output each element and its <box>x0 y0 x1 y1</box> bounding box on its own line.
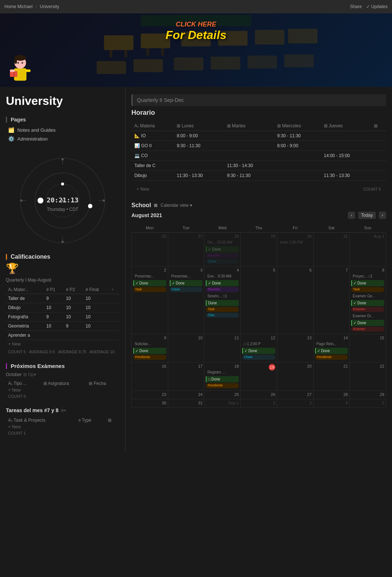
calendar-event[interactable]: Done <box>206 300 239 306</box>
calendar-event[interactable]: Solicitar... <box>133 341 166 347</box>
calendar-cell[interactable]: 28 <box>313 390 350 399</box>
calendar-event[interactable]: ✓ Done <box>170 280 203 286</box>
calendar-cell[interactable]: 5 <box>241 266 277 334</box>
calendar-cell[interactable]: 30 <box>132 399 168 407</box>
calendar-event[interactable]: □ 1 2:00 P <box>242 341 275 347</box>
calendar-cell[interactable]: 4 <box>313 399 350 407</box>
calendar-event[interactable]: Presentac... <box>133 273 166 279</box>
calendar-cell[interactable]: 13 <box>277 334 313 362</box>
calendar-event[interactable]: Presentac... <box>170 273 203 279</box>
calendar-cell[interactable]: 26 <box>132 233 168 266</box>
home-breadcrumb[interactable]: Home Michael <box>4 4 33 9</box>
calendar-event[interactable]: Proyec... □1 <box>351 273 384 279</box>
next-month-button[interactable]: › <box>379 212 386 219</box>
schedule-add-new[interactable]: + New <box>134 185 151 193</box>
calendar-event[interactable]: □ Done <box>206 376 239 382</box>
calendar-event[interactable]: Clase <box>242 355 275 360</box>
calendar-cell[interactable]: 25 <box>204 390 241 399</box>
calendar-event[interactable]: Clase <box>170 287 203 292</box>
calendar-cell[interactable]: 3Presentac...✓ DoneClase <box>168 266 204 334</box>
calendar-cell[interactable]: 19 <box>241 362 277 391</box>
calendar-event[interactable]: Dis... 10:00 AM <box>206 239 239 245</box>
administration-item[interactable]: ⚙️ Administration <box>6 134 119 143</box>
calendar-cell[interactable]: 21 <box>313 362 350 391</box>
calendar-event[interactable]: ✓ Done <box>206 280 239 286</box>
calendar-event[interactable]: Eve... 9:30 AM <box>206 273 239 279</box>
day-number: 13 <box>279 336 312 340</box>
calendar-cell[interactable]: Aug 1 <box>350 233 386 266</box>
calendar-cell[interactable]: 31 <box>168 399 204 407</box>
calendar-event[interactable]: Reunión <box>206 287 239 292</box>
calendar-event[interactable]: ✓ Done <box>351 320 384 326</box>
updates-button[interactable]: ✓ Updates <box>366 4 388 9</box>
calendar-cell[interactable]: 30ends 1:00 PM <box>277 233 313 266</box>
calendar-cell[interactable]: 29 <box>241 233 277 266</box>
calendar-cell[interactable]: 8Proyec... □1✓ DoneTaskExamen Ge...✓ Don… <box>350 266 386 334</box>
calendar-event[interactable]: Task <box>206 307 239 312</box>
calendar-event[interactable]: Clase <box>206 259 239 264</box>
calendar-event[interactable]: ✓ Done <box>133 280 166 286</box>
calendar-cell[interactable]: 28Dis... 10:00 AM✓ DoneReuniónClase <box>204 233 241 266</box>
calendar-cell[interactable]: 22 <box>350 362 386 391</box>
col-final: # Final <box>83 286 109 294</box>
calendar-cell[interactable]: 2 <box>241 399 277 407</box>
svg-point-43 <box>20 199 22 202</box>
calendar-cell[interactable]: 5 <box>350 399 386 407</box>
calendar-cell[interactable]: 26 <box>241 390 277 399</box>
calendar-event[interactable]: Task <box>351 287 384 292</box>
calendar-event[interactable]: Task <box>133 287 166 292</box>
calendar-cell[interactable]: 18Registro ...□ DonePendiente <box>204 362 241 391</box>
calendar-cell[interactable]: 31 <box>313 233 350 266</box>
notes-icon: 🗂️ <box>8 127 14 133</box>
calendar-cell[interactable]: 9Solicitar...✓ DonePendiente <box>132 334 168 362</box>
calendar-cell[interactable]: 15 <box>350 334 386 362</box>
calendar-cell[interactable]: 16 <box>132 362 168 391</box>
calendar-cell[interactable]: 27 <box>277 390 313 399</box>
calendar-cell[interactable]: 27 <box>168 233 204 266</box>
calendar-cell[interactable]: 10 <box>168 334 204 362</box>
exam-add-new[interactable]: + New <box>6 386 23 394</box>
notes-guides-item[interactable]: 🗂️ Notes and Guides <box>6 125 119 134</box>
calendar-cell[interactable]: 7 <box>313 266 350 334</box>
calendar-event[interactable]: ✓ Done <box>206 246 239 252</box>
calendar-cell[interactable]: 12□ 1 2:00 P✓ DoneClase <box>241 334 277 362</box>
calendar-event[interactable]: ends 1:00 PM <box>279 239 312 245</box>
grades-add-new[interactable]: + New <box>6 340 119 348</box>
calendar-event[interactable]: Sesión... □1 <box>206 293 239 299</box>
calendar-cell[interactable]: 23 <box>132 390 168 399</box>
calendar-event[interactable]: Pendiente <box>315 355 348 360</box>
calendar-cell[interactable]: 17 <box>168 362 204 391</box>
calendar-event[interactable]: Pendiente <box>206 383 239 388</box>
calendar-event[interactable]: ✓ Done <box>242 348 275 354</box>
calendar-cell[interactable]: 4Eve... 9:30 AM✓ DoneReuniónSesión... □1… <box>204 266 241 334</box>
calendar-event[interactable]: ✓ Done <box>351 280 384 286</box>
calendar-event[interactable]: Reunión <box>206 253 239 258</box>
calendar-cell[interactable]: 11 <box>204 334 241 362</box>
calendar-cell[interactable]: 14Pago Rein...✓ DonePendiente <box>313 334 350 362</box>
calendar-cell[interactable]: 2Presentac...✓ DoneTask <box>132 266 168 334</box>
col-add[interactable]: + <box>109 286 119 294</box>
hero-cta[interactable]: CLICK HERE For Details <box>166 21 226 42</box>
calendar-event[interactable]: Clau <box>206 313 239 318</box>
prev-month-button[interactable]: ‹ <box>348 212 355 219</box>
share-button[interactable]: Share <box>350 4 362 9</box>
calendar-event[interactable]: Registro ... <box>206 369 239 375</box>
calendar-event[interactable]: ✓ Done <box>315 348 348 354</box>
calendar-event[interactable]: Examen <box>351 307 384 312</box>
calendar-cell[interactable]: 24 <box>168 390 204 399</box>
tareas-add-new[interactable]: + New <box>6 423 23 431</box>
calendar-event[interactable]: Examen <box>351 327 384 332</box>
calendar-cell[interactable]: 3 <box>277 399 313 407</box>
calendar-event[interactable]: Pendiente <box>133 355 166 360</box>
calendar-view-selector[interactable]: Calendar view ▾ <box>160 203 192 208</box>
calendar-cell[interactable]: Sep 1 <box>204 399 241 407</box>
today-button[interactable]: Today <box>358 212 376 219</box>
calendar-event[interactable]: ✓ Done <box>351 300 384 306</box>
calendar-event[interactable]: ✓ Done <box>133 348 166 354</box>
calendar-cell[interactable]: 20 <box>277 362 313 391</box>
calendar-cell[interactable]: 6 <box>277 266 313 334</box>
calendar-cell[interactable]: 29 <box>350 390 386 399</box>
calendar-event[interactable]: Examen Di... <box>351 313 384 319</box>
calendar-event[interactable]: Examen Ge... <box>351 293 384 299</box>
calendar-event[interactable]: Pago Rein... <box>315 341 348 347</box>
